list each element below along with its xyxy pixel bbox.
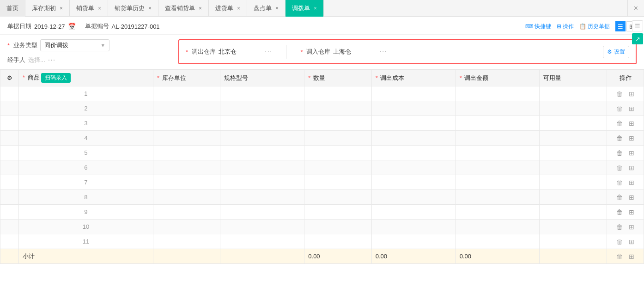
row-qty-7[interactable]: [304, 175, 371, 190]
tab-purchase-order-close[interactable]: ×: [237, 5, 240, 12]
row-transfer-amount-6[interactable]: [456, 160, 540, 175]
row-qty-2[interactable]: [304, 101, 371, 116]
row-unit-7[interactable]: [153, 175, 220, 190]
row-qty-5[interactable]: [304, 146, 371, 160]
tab-inventory-init[interactable]: 库存期初 ×: [25, 0, 70, 17]
tab-check-sales[interactable]: 查看销货单 ×: [158, 0, 209, 17]
row-available-qty-8[interactable]: [540, 190, 607, 205]
row-transfer-cost-10[interactable]: [371, 220, 456, 234]
row-transfer-amount-9[interactable]: [456, 205, 540, 220]
copy-icon-7[interactable]: ⊞: [627, 178, 636, 187]
row-qty-10[interactable]: [304, 220, 371, 234]
row-spec-7[interactable]: [220, 175, 304, 190]
operation-btn[interactable]: ⊞ 操作: [557, 23, 574, 31]
delete-icon-1[interactable]: 🗑: [615, 89, 624, 98]
delete-icon-3[interactable]: 🗑: [615, 119, 624, 128]
row-unit-1[interactable]: [153, 86, 220, 101]
th-gear[interactable]: ⚙: [0, 70, 19, 86]
row-transfer-cost-6[interactable]: [371, 160, 456, 175]
copy-icon-8[interactable]: ⊞: [627, 193, 636, 202]
settings-button[interactable]: ⚙ 设置: [603, 46, 629, 58]
row-unit-6[interactable]: [153, 160, 220, 175]
delete-icon-2[interactable]: 🗑: [615, 104, 624, 113]
transfer-in-more-icon[interactable]: ···: [379, 48, 387, 56]
row-transfer-amount-1[interactable]: [456, 86, 540, 101]
row-available-qty-11[interactable]: [540, 234, 607, 249]
row-spec-3[interactable]: [220, 116, 304, 131]
row-available-qty-4[interactable]: [540, 131, 607, 146]
row-qty-4[interactable]: [304, 131, 371, 146]
delete-icon-5[interactable]: 🗑: [615, 148, 624, 158]
copy-icon-3[interactable]: ⊞: [627, 119, 636, 128]
person-more-icon[interactable]: ···: [48, 56, 55, 64]
copy-icon-9[interactable]: ⊞: [627, 208, 636, 217]
copy-icon-10[interactable]: ⊞: [627, 222, 636, 232]
tab-check-sales-close[interactable]: ×: [199, 5, 202, 12]
delete-icon-10[interactable]: 🗑: [615, 222, 624, 232]
copy-icon-1[interactable]: ⊞: [627, 89, 636, 98]
list-view-btn[interactable]: ☰: [615, 21, 626, 31]
row-transfer-cost-4[interactable]: [371, 131, 456, 146]
scan-button[interactable]: 扫码录入: [41, 73, 71, 83]
delete-icon-6[interactable]: 🗑: [615, 163, 624, 172]
row-transfer-cost-7[interactable]: [371, 175, 456, 190]
row-available-qty-5[interactable]: [540, 146, 607, 160]
row-spec-1[interactable]: [220, 86, 304, 101]
subtotal-copy-icon[interactable]: ⊞: [627, 252, 636, 261]
subtotal-delete-icon[interactable]: 🗑: [615, 252, 624, 261]
row-transfer-amount-4[interactable]: [456, 131, 540, 146]
shortcut-btn[interactable]: ⌨ 快捷键: [525, 23, 551, 31]
history-btn[interactable]: 📋 历史单据: [579, 23, 610, 31]
row-transfer-cost-1[interactable]: [371, 86, 456, 101]
tab-inventory-check[interactable]: 盘点单 ×: [247, 0, 286, 17]
row-transfer-amount-2[interactable]: [456, 101, 540, 116]
row-spec-8[interactable]: [220, 190, 304, 205]
row-unit-4[interactable]: [153, 131, 220, 146]
row-unit-9[interactable]: [153, 205, 220, 220]
row-spec-9[interactable]: [220, 205, 304, 220]
copy-icon-5[interactable]: ⊞: [627, 148, 636, 158]
gear-settings-icon[interactable]: ⚙: [7, 74, 12, 81]
row-available-qty-9[interactable]: [540, 205, 607, 220]
row-transfer-cost-9[interactable]: [371, 205, 456, 220]
delete-icon-9[interactable]: 🗑: [615, 208, 624, 217]
row-transfer-amount-5[interactable]: [456, 146, 540, 160]
row-transfer-cost-2[interactable]: [371, 101, 456, 116]
sidebar-export-icon-btn[interactable]: ↗: [632, 33, 643, 44]
copy-icon-6[interactable]: ⊞: [627, 163, 636, 172]
row-qty-1[interactable]: [304, 86, 371, 101]
row-unit-3[interactable]: [153, 116, 220, 131]
tab-sales-order[interactable]: 销货单 ×: [70, 0, 108, 17]
calendar-icon[interactable]: 📅: [68, 23, 76, 30]
row-unit-5[interactable]: [153, 146, 220, 160]
row-spec-6[interactable]: [220, 160, 304, 175]
row-unit-8[interactable]: [153, 190, 220, 205]
row-transfer-amount-8[interactable]: [456, 190, 540, 205]
row-qty-9[interactable]: [304, 205, 371, 220]
row-transfer-cost-5[interactable]: [371, 146, 456, 160]
row-transfer-amount-7[interactable]: [456, 175, 540, 190]
tab-purchase-order[interactable]: 进货单 ×: [209, 0, 247, 17]
row-available-qty-3[interactable]: [540, 116, 607, 131]
sidebar-list-icon-btn[interactable]: ☰: [632, 20, 643, 31]
row-available-qty-2[interactable]: [540, 101, 607, 116]
window-close-button[interactable]: ×: [627, 0, 644, 17]
tab-inventory-check-close[interactable]: ×: [275, 5, 279, 12]
row-available-qty-1[interactable]: [540, 86, 607, 101]
row-available-qty-7[interactable]: [540, 175, 607, 190]
row-transfer-amount-11[interactable]: [456, 234, 540, 249]
row-transfer-amount-3[interactable]: [456, 116, 540, 131]
row-unit-10[interactable]: [153, 220, 220, 234]
row-qty-8[interactable]: [304, 190, 371, 205]
row-spec-11[interactable]: [220, 234, 304, 249]
tab-transfer-order-close[interactable]: ×: [314, 5, 317, 12]
row-available-qty-6[interactable]: [540, 160, 607, 175]
biz-type-select[interactable]: 同价调拨 ▼: [40, 39, 109, 51]
row-transfer-cost-3[interactable]: [371, 116, 456, 131]
row-spec-10[interactable]: [220, 220, 304, 234]
delete-icon-11[interactable]: 🗑: [615, 237, 624, 246]
row-transfer-cost-11[interactable]: [371, 234, 456, 249]
row-spec-2[interactable]: [220, 101, 304, 116]
tab-sales-history-close[interactable]: ×: [148, 5, 152, 12]
person-placeholder[interactable]: 选择...: [28, 56, 45, 64]
